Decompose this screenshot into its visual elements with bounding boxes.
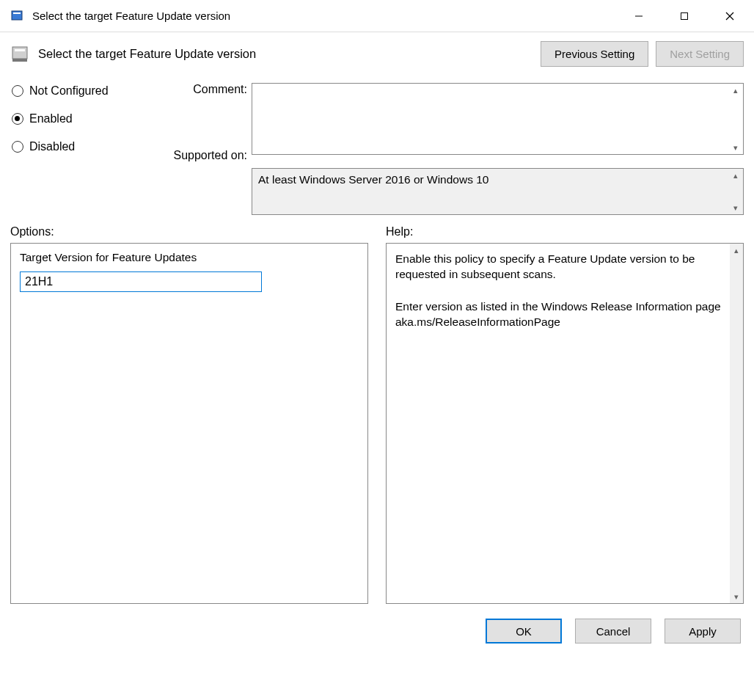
svg-rect-1 xyxy=(13,12,21,14)
options-panel: Target Version for Feature Updates xyxy=(10,243,368,604)
radio-not-configured[interactable]: Not Configured xyxy=(12,84,144,98)
supported-on-value: At least Windows Server 2016 or Windows … xyxy=(258,173,488,186)
scroll-down-icon: ▾ xyxy=(728,201,743,214)
policy-icon xyxy=(10,44,31,65)
next-setting-button: Next Setting xyxy=(656,41,744,67)
options-label: Options: xyxy=(10,225,368,238)
previous-setting-button[interactable]: Previous Setting xyxy=(541,41,648,67)
svg-rect-8 xyxy=(15,49,25,51)
scroll-down-icon[interactable]: ▾ xyxy=(730,590,743,603)
scroll-up-icon[interactable]: ▴ xyxy=(730,244,743,257)
radio-label: Not Configured xyxy=(29,84,109,98)
apply-button[interactable]: Apply xyxy=(665,619,741,644)
policy-header: Select the target Feature Update version… xyxy=(0,32,754,74)
window-title: Select the target Feature Update version xyxy=(32,10,616,22)
cancel-button[interactable]: Cancel xyxy=(575,619,651,644)
comment-label: Comment: xyxy=(148,83,247,96)
radio-label: Disabled xyxy=(29,140,75,153)
radio-icon xyxy=(12,85,23,97)
radio-icon xyxy=(12,113,23,125)
svg-rect-3 xyxy=(681,12,688,19)
dialog-footer: OK Cancel Apply xyxy=(0,604,754,644)
radio-enabled[interactable]: Enabled xyxy=(12,112,144,125)
scroll-down-icon[interactable]: ▾ xyxy=(728,141,743,154)
panels: Target Version for Feature Updates Enabl… xyxy=(0,243,754,604)
comment-textarea[interactable]: ▴ ▾ xyxy=(252,83,744,155)
svg-rect-6 xyxy=(12,47,27,59)
policy-title: Select the target Feature Update version xyxy=(38,47,533,61)
minimize-button[interactable] xyxy=(616,0,662,32)
field-labels: Comment: Supported on: xyxy=(148,83,247,162)
help-paragraph: Enable this policy to specify a Feature … xyxy=(395,251,725,282)
svg-rect-0 xyxy=(12,11,22,20)
section-labels: Options: Help: xyxy=(0,218,754,243)
radio-label: Enabled xyxy=(29,112,73,125)
svg-rect-7 xyxy=(12,59,27,62)
radio-disabled[interactable]: Disabled xyxy=(12,140,144,153)
ok-button[interactable]: OK xyxy=(486,619,562,644)
target-version-label: Target Version for Feature Updates xyxy=(20,251,359,264)
help-label: Help: xyxy=(386,225,744,238)
config-area: Not Configured Enabled Disabled Comment:… xyxy=(0,74,754,218)
help-panel: Enable this policy to specify a Feature … xyxy=(386,243,744,604)
app-icon xyxy=(10,9,25,23)
scroll-up-icon[interactable]: ▴ xyxy=(728,84,743,97)
supported-on-label: Supported on: xyxy=(148,149,247,162)
maximize-button[interactable] xyxy=(662,0,707,32)
supported-on-box: At least Windows Server 2016 or Windows … xyxy=(252,168,744,215)
help-paragraph: Enter version as listed in the Windows R… xyxy=(395,299,725,330)
target-version-input[interactable] xyxy=(20,271,262,292)
state-radios: Not Configured Enabled Disabled xyxy=(12,83,144,153)
field-boxes: ▴ ▾ At least Windows Server 2016 or Wind… xyxy=(252,83,744,215)
title-bar: Select the target Feature Update version xyxy=(0,0,754,32)
radio-icon xyxy=(12,141,23,153)
close-button[interactable] xyxy=(707,0,753,32)
window-buttons xyxy=(616,0,753,32)
scroll-up-icon: ▴ xyxy=(728,169,743,182)
